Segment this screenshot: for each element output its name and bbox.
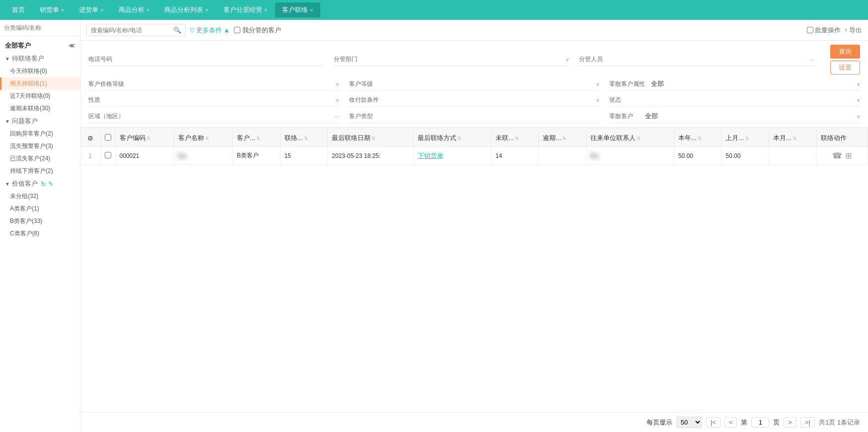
th-this-year[interactable]: 本年... ⇅ xyxy=(674,130,722,147)
chevron-down-icon: ∨ xyxy=(857,97,860,103)
row-last-month: 50.00 xyxy=(722,147,769,165)
page-size-select[interactable]: 50 100 200 xyxy=(676,417,702,428)
filter-price-level[interactable]: 客户价格等级 ∨ xyxy=(88,78,339,91)
row-checkbox[interactable] xyxy=(100,147,115,165)
reset-button[interactable]: 设置 xyxy=(830,61,860,74)
sidebar-item-7days[interactable]: 近7天待联络(0) xyxy=(0,90,80,102)
nav-tab-1[interactable]: 进货单 × xyxy=(72,2,110,17)
th-type[interactable]: 客户... ⇅ xyxy=(233,130,281,147)
sidebar-item-class-b[interactable]: B类客户(33) xyxy=(0,215,80,227)
nav-home[interactable]: 首页 xyxy=(5,2,32,17)
last-page-button[interactable]: >| xyxy=(800,417,815,428)
bulk-checkbox[interactable] xyxy=(807,27,813,33)
sidebar-item-declining[interactable]: 持续下滑客户(2) xyxy=(0,165,80,177)
th-this-month[interactable]: 本月... ⇅ xyxy=(769,130,816,147)
more-filter-button[interactable]: ▽ 更多条件 ▲ xyxy=(190,26,230,35)
th-checkbox[interactable] xyxy=(100,130,115,147)
filter-retail-attr[interactable]: 零散客户属性 全部 ∨ xyxy=(609,77,860,91)
filter-customer-level[interactable]: 客户等级 ∨ xyxy=(349,78,600,91)
filter-nature[interactable]: 性质 ∨ xyxy=(88,94,339,107)
sort-icon: ⇅ xyxy=(745,136,749,141)
row-this-month xyxy=(769,147,816,165)
th-contact-person[interactable]: 往来单位联系人 ⇅ xyxy=(586,130,674,147)
row-last-method[interactable]: 下销货单 xyxy=(413,147,491,165)
th-overdue[interactable]: 逾期... ⇅ xyxy=(539,130,586,147)
filter-region[interactable]: 区域（地区） ··· xyxy=(88,110,339,123)
th-uncontacted[interactable]: 未联... ⇅ xyxy=(491,130,539,147)
sidebar-group-problem[interactable]: ▼ 问题客户 xyxy=(0,115,80,128)
search-icon[interactable]: 🔍 xyxy=(173,26,181,34)
export-button[interactable]: ↑ 导出 xyxy=(845,26,863,35)
next-page-button[interactable]: > xyxy=(784,417,796,428)
filter-row-2: 客户价格等级 ∨ 客户等级 ∨ 零散客户属性 全部 ∨ xyxy=(88,77,860,91)
th-code[interactable]: 客户编码 ⇅ xyxy=(115,130,174,147)
refresh-icon[interactable]: ↻ xyxy=(41,180,46,188)
sidebar-group-value[interactable]: ▼ 价值客户 ↻ ✎ xyxy=(0,177,80,190)
chevron-down-icon: ∨ xyxy=(596,81,599,87)
close-icon[interactable]: × xyxy=(100,7,103,13)
th-last-contact-date[interactable]: 最后联络日期 ⇅ xyxy=(328,130,413,147)
edit-icon[interactable]: ✎ xyxy=(48,180,54,188)
prev-page-button[interactable]: < xyxy=(724,417,737,428)
sidebar-item-class-c[interactable]: C类客户(6) xyxy=(0,227,80,240)
close-icon[interactable]: × xyxy=(146,7,149,13)
collapse-icon: ≪ xyxy=(69,42,75,49)
sort-icon: ⇅ xyxy=(698,136,702,141)
triangle-icon: ▼ xyxy=(5,56,10,62)
nav-tab-0[interactable]: 销货单 × xyxy=(33,2,71,17)
sidebar-item-class-a[interactable]: A类客户(1) xyxy=(0,203,80,215)
sidebar-item-overdue[interactable]: 逾期未联络(30) xyxy=(0,102,80,115)
triangle-icon: ▼ xyxy=(5,181,10,187)
th-name[interactable]: 客户名称 ⇅ xyxy=(174,130,232,147)
grid-icon[interactable]: ⊞ xyxy=(845,151,852,160)
sort-icon: ⇅ xyxy=(637,136,641,141)
nav-tab-5[interactable]: 客户联络 × xyxy=(275,2,320,17)
nav-tab-4[interactable]: 客户分层经营 × xyxy=(217,2,274,17)
sidebar-item-tomorrow[interactable]: 明天待联络(1) xyxy=(0,77,80,90)
th-contact-count[interactable]: 联络... ⇅ xyxy=(280,130,328,147)
close-icon[interactable]: × xyxy=(61,7,64,13)
close-icon[interactable]: × xyxy=(264,7,267,13)
main-layout: 🔍 全部客户 ≪ ▼ 待联络客户 今天待联络(0) 明天待联络(1) 近7天待联… xyxy=(0,20,868,432)
more-icon[interactable]: ··· xyxy=(809,56,814,63)
more-icon[interactable]: ··· xyxy=(334,113,339,120)
my-customers-check-input[interactable] xyxy=(234,27,240,33)
main-search-input[interactable] xyxy=(91,27,170,34)
row-type: B类客户 xyxy=(233,147,281,165)
sidebar-search-input[interactable] xyxy=(4,24,78,31)
sidebar-item-ungrouped[interactable]: 未分组(32) xyxy=(0,190,80,203)
close-icon[interactable]: × xyxy=(205,7,208,13)
search-box: 🔍 xyxy=(86,24,186,36)
data-table: ⚙ 客户编码 ⇅ 客户名称 xyxy=(80,130,868,165)
th-settings[interactable]: ⚙ xyxy=(80,130,100,147)
chevron-down-icon: ∨ xyxy=(857,81,860,87)
nav-tab-2[interactable]: 商品分析 × xyxy=(112,2,156,17)
sidebar-item-abnormal[interactable]: 回购异常客户(2) xyxy=(0,128,80,140)
triangle-icon: ▼ xyxy=(5,119,10,124)
sidebar-list: 全部客户 ≪ ▼ 待联络客户 今天待联络(0) 明天待联络(1) 近7天待联络(… xyxy=(0,36,80,432)
th-last-month[interactable]: 上月... ⇅ xyxy=(722,130,769,147)
sidebar-item-churned[interactable]: 已流失客户(24) xyxy=(0,152,80,165)
my-customers-checkbox[interactable]: 我分管的客户 xyxy=(234,26,281,35)
filter-customer-type[interactable]: 客户类型 xyxy=(349,110,600,123)
nav-tab-3[interactable]: 商品分析列表 × xyxy=(157,2,215,17)
filter-manager[interactable]: 分管人员 ··· xyxy=(579,53,814,66)
filter-retail-customer[interactable]: 零散客户 全部 ∨ xyxy=(609,110,860,123)
filter-status[interactable]: 状态 ∨ xyxy=(609,94,860,107)
query-button[interactable]: 查询 xyxy=(830,45,860,59)
page-input[interactable] xyxy=(751,417,769,428)
phone-icon[interactable]: ☎ xyxy=(832,151,842,160)
filter-payment[interactable]: 收付款条件 ∨ xyxy=(349,94,600,107)
settings-icon[interactable]: ⚙ xyxy=(87,135,93,142)
sidebar-all-customers[interactable]: 全部客户 ≪ xyxy=(0,39,80,52)
select-all-checkbox[interactable] xyxy=(105,134,111,141)
sidebar-group-pending[interactable]: ▼ 待联络客户 xyxy=(0,52,80,65)
bulk-op-button[interactable]: 批量操作 xyxy=(807,26,841,35)
filter-dept[interactable]: 分管部门 ∨ xyxy=(334,53,569,66)
sidebar-item-today[interactable]: 今天待联络(0) xyxy=(0,65,80,77)
sidebar-item-churn-warning[interactable]: 流失预警客户(3) xyxy=(0,140,80,152)
close-icon[interactable]: × xyxy=(310,7,313,13)
th-last-contact-method[interactable]: 最后联络方式 ⇅ xyxy=(413,130,491,147)
first-page-button[interactable]: |< xyxy=(706,417,721,428)
row-this-year: 50.00 xyxy=(674,147,722,165)
